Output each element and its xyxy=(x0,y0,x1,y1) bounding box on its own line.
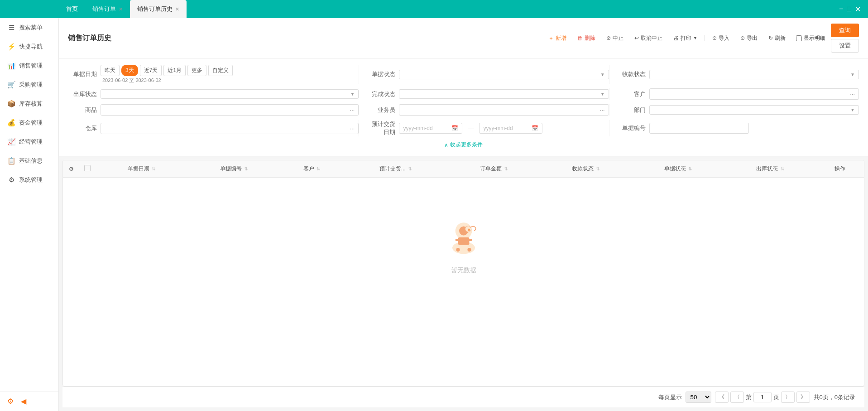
sidebar-item-purchase-mgmt[interactable]: 🛒 采购管理 xyxy=(0,75,58,94)
date-btn-1month[interactable]: 近1月 xyxy=(163,65,186,76)
sidebar-item-quick-nav[interactable]: ⚡ 快捷导航 xyxy=(0,37,58,56)
date-btn-3days[interactable]: 3天 xyxy=(121,65,138,76)
salesperson-filter-value: ··· xyxy=(399,104,609,116)
sidebar-item-purchase-mgmt-label: 采购管理 xyxy=(19,81,43,89)
show-detail-label: 显示明细 xyxy=(804,34,825,42)
col-date[interactable]: 单据日期 ⇅ xyxy=(96,160,188,178)
sidebar-item-inventory-mgmt[interactable]: 📦 库存核算 xyxy=(0,94,58,113)
query-button[interactable]: 查询 xyxy=(831,24,859,37)
tab-sales-order-history-close[interactable]: ✕ xyxy=(175,6,179,12)
col-out-status-label: 出库状态 xyxy=(756,165,778,172)
cancel-stop-button[interactable]: ↩ 取消中止 xyxy=(630,32,667,44)
sidebar-item-sys-mgmt[interactable]: ⚙ 系统管理 xyxy=(0,170,58,189)
svg-point-9 xyxy=(468,229,470,231)
pagination: 每页显示 50 10 20 100 《 〈 第 页 〉 》 共0页，0条记录 xyxy=(62,387,864,407)
import-button[interactable]: ⊙ 导入 xyxy=(708,32,734,44)
col-operation: 操作 xyxy=(816,160,864,178)
sidebar-item-ops-mgmt[interactable]: 📈 经营管理 xyxy=(0,132,58,151)
complete-status-select[interactable]: ▼ xyxy=(399,89,609,99)
col-expected-date[interactable]: 预计交货... ⇅ xyxy=(344,160,448,178)
col-order-status[interactable]: 单据状态 ⇅ xyxy=(632,160,724,178)
svg-point-6 xyxy=(456,248,460,251)
page-size-select[interactable]: 50 10 20 100 xyxy=(686,392,711,403)
tab-sales-order-close[interactable]: ✕ xyxy=(119,6,123,12)
sidebar-item-finance-mgmt[interactable]: 💰 资金管理 xyxy=(0,113,58,132)
salesperson-select[interactable]: ··· xyxy=(399,104,609,116)
sidebar-item-search-menu[interactable]: ☰ 搜索菜单 xyxy=(0,18,58,37)
col-out-status[interactable]: 出库状态 ⇅ xyxy=(724,160,816,178)
col-amount[interactable]: 订单金额 ⇅ xyxy=(447,160,540,178)
filter-col-complete-status: 完成状态 ▼ xyxy=(359,88,609,100)
customer-select[interactable]: ··· xyxy=(649,88,859,100)
col-payment-status[interactable]: 收款状态 ⇅ xyxy=(540,160,632,178)
print-button[interactable]: 🖨 打印 ▼ xyxy=(669,32,702,44)
sidebar-item-search-menu-label: 搜索菜单 xyxy=(19,24,43,32)
select-all-checkbox[interactable] xyxy=(84,165,91,171)
tab-sales-order[interactable]: 销售订单 ✕ xyxy=(85,0,130,18)
tab-sales-order-history[interactable]: 销售订单历史 ✕ xyxy=(130,0,187,18)
col-check[interactable] xyxy=(79,160,96,178)
order-status-value: ▼ xyxy=(399,70,609,79)
page-number-input[interactable] xyxy=(753,392,772,402)
minimize-btn[interactable]: − xyxy=(839,5,843,13)
col-number[interactable]: 单据编号 ⇅ xyxy=(188,160,280,178)
page-first-btn[interactable]: 《 xyxy=(715,392,729,403)
setting-button[interactable]: 设置 xyxy=(831,39,859,53)
order-no-filter-value xyxy=(649,123,859,134)
add-icon: ＋ xyxy=(548,34,554,42)
date-btn-today[interactable]: 昨天 xyxy=(101,65,120,76)
product-filter-value: ··· xyxy=(101,104,359,116)
collapse-filter-row[interactable]: ∧ 收起更多条件 xyxy=(68,140,859,150)
customer-ellipsis-icon: ··· xyxy=(850,91,855,97)
sidebar-item-sales-mgmt[interactable]: 📊 销售管理 xyxy=(0,56,58,75)
col-date-sort-icon: ⇅ xyxy=(152,166,155,171)
show-detail-checkbox[interactable] xyxy=(796,35,802,41)
window-controls: − □ ✕ xyxy=(839,5,868,14)
col-customer[interactable]: 客户 ⇅ xyxy=(280,160,343,178)
search-menu-icon: ☰ xyxy=(7,24,15,32)
collapse-sidebar-icon[interactable]: ◀ xyxy=(21,397,26,406)
page-nav: 《 〈 第 页 〉 》 xyxy=(715,392,810,403)
order-no-input[interactable] xyxy=(649,123,749,134)
settings-bottom-icon[interactable]: ⚙ xyxy=(7,397,14,406)
col-settings[interactable]: ⚙ xyxy=(63,160,79,178)
add-label: 新增 xyxy=(556,34,566,42)
date-dash: — xyxy=(465,125,476,132)
department-select[interactable]: ▼ xyxy=(649,105,859,115)
refresh-button[interactable]: ↻ 刷新 xyxy=(764,32,790,44)
expected-date-value: yyyy-mm-dd 📅 — yyyy-mm-dd 📅 xyxy=(399,123,609,134)
customer-filter-value: ··· xyxy=(649,88,859,100)
quick-nav-icon: ⚡ xyxy=(7,43,15,51)
sidebar-item-basic-info[interactable]: 📋 基础信息 xyxy=(0,151,58,170)
product-select[interactable]: ··· xyxy=(101,104,359,116)
show-detail-checkbox-label[interactable]: 显示明细 xyxy=(796,34,825,42)
expected-date-to[interactable]: yyyy-mm-dd 📅 xyxy=(479,123,542,134)
main-content: 销售订单历史 ＋ 新增 🗑 删除 ⊘ 中止 ↩ 取消中止 xyxy=(59,18,868,411)
tab-home[interactable]: 首页 xyxy=(59,0,85,18)
warehouse-select[interactable]: ··· xyxy=(101,123,359,134)
import-label: 导入 xyxy=(719,34,729,42)
delete-button[interactable]: 🗑 删除 xyxy=(573,32,600,44)
payment-status-select[interactable]: ▼ xyxy=(649,70,859,79)
expected-date-from[interactable]: yyyy-mm-dd 📅 xyxy=(399,123,462,134)
order-status-select[interactable]: ▼ xyxy=(399,70,609,79)
calendar-from-icon: 📅 xyxy=(451,125,458,131)
page-next-btn[interactable]: 〉 xyxy=(781,392,795,403)
add-button[interactable]: ＋ 新增 xyxy=(544,32,571,44)
svg-point-7 xyxy=(467,248,471,251)
date-btn-more[interactable]: 更多 xyxy=(187,65,206,76)
close-btn[interactable]: ✕ xyxy=(855,5,861,14)
sidebar-item-quick-nav-label: 快捷导航 xyxy=(19,43,43,51)
page-prev-btn[interactable]: 〈 xyxy=(730,392,744,403)
date-btn-7days[interactable]: 近7天 xyxy=(140,65,162,76)
stop-button[interactable]: ⊘ 中止 xyxy=(602,32,628,44)
page-last-btn[interactable]: 》 xyxy=(796,392,810,403)
maximize-btn[interactable]: □ xyxy=(847,5,851,13)
print-icon: 🖨 xyxy=(673,35,679,41)
out-status-select[interactable]: ▼ xyxy=(101,89,359,99)
import-icon: ⊙ xyxy=(712,35,717,41)
export-button[interactable]: ⊙ 导出 xyxy=(736,32,762,44)
date-btn-custom[interactable]: 自定义 xyxy=(208,65,233,76)
sales-mgmt-icon: 📊 xyxy=(7,62,15,70)
cancel-stop-icon: ↩ xyxy=(634,35,639,41)
